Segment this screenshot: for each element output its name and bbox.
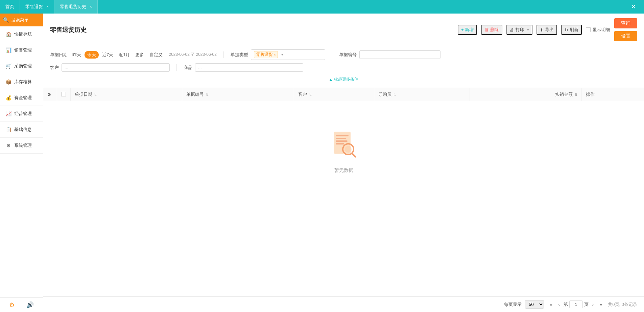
collapse-label: 收起更多条件	[334, 76, 358, 82]
sidebar-search-label: 搜索菜单	[11, 17, 29, 23]
sidebar-item-business[interactable]: 📈 经营管理	[0, 106, 43, 122]
system-icon: ⚙	[5, 142, 11, 149]
sidebar-item-label: 快捷导航	[14, 31, 32, 37]
col-customer-sort-icon: ⇅	[309, 93, 312, 96]
svg-rect-3	[336, 140, 348, 142]
col-amount-sort-icon: ⇅	[575, 93, 577, 96]
sales-icon: 📊	[5, 47, 11, 53]
tab-retail-return-history[interactable]: 零售退货历史 ×	[54, 0, 98, 14]
number-filter-input[interactable]	[359, 50, 440, 59]
sidebar-item-inventory[interactable]: 📦 库存核算	[0, 74, 43, 90]
add-button[interactable]: + 新增	[458, 25, 477, 35]
sidebar-bottom: ⚙ 🔊	[0, 297, 43, 312]
sidebar: 🔍 搜索菜单 🏠 快捷导航 📊 销售管理 🛒 采购管理 📦 库存核算 💰	[0, 14, 43, 312]
page-title: 零售退货历史	[50, 26, 87, 34]
goods-filter-input[interactable]: ...	[195, 63, 303, 72]
display-switch[interactable]: 显示明细	[586, 27, 610, 33]
page-first-button[interactable]: «	[547, 301, 554, 308]
col-date-label: 单据日期	[75, 92, 92, 97]
pagination-bar: 每页显示 10 20 50 100 « ‹ 第 页 › » 共0页, 0条记录	[43, 296, 644, 312]
type-tag-label: 零售退货	[256, 52, 272, 58]
date-opt-custom[interactable]: 自定义	[147, 51, 165, 59]
col-guide-sort-icon: ⇅	[393, 93, 396, 96]
sidebar-search[interactable]: 🔍 搜索菜单	[0, 14, 43, 26]
page-header: 零售退货历史 + 新增 🗑 删除 🖨 打印 ▾ ⬆ 导出 ↻	[43, 14, 644, 88]
col-settings[interactable]: ⚙	[43, 88, 57, 101]
type-tag: 零售退货 ×	[254, 51, 278, 58]
date-opt-today[interactable]: 今天	[85, 51, 99, 59]
page-prev-button[interactable]: ‹	[556, 301, 562, 308]
empty-state: 暂无数据	[43, 101, 644, 201]
inventory-icon: 📦	[5, 79, 11, 85]
type-filter-input[interactable]: 零售退货 × ▾	[251, 49, 325, 60]
date-opt-more[interactable]: 更多	[133, 51, 146, 59]
tab-retail-return-history-close[interactable]: ×	[90, 4, 92, 9]
col-guide[interactable]: 导购员 ⇅	[374, 88, 470, 101]
sidebar-settings-icon[interactable]: ⚙	[9, 301, 15, 309]
collapse-up-icon: ▲	[329, 77, 333, 82]
export-button[interactable]: ⬆ 导出	[536, 25, 557, 35]
goods-filter: 商品 ...	[184, 63, 303, 72]
col-guide-label: 导购员	[378, 92, 391, 97]
page-label: 第	[564, 302, 568, 308]
filter-divider-2	[332, 51, 332, 58]
filter-row-2: 客户 ... 商品 ...	[50, 63, 637, 72]
sidebar-menu: 🏠 快捷导航 📊 销售管理 🛒 采购管理 📦 库存核算 💰 资金管理 📈	[0, 26, 43, 297]
table-container: ⚙ 单据日期 ⇅ 单据编号 ⇅ 客户	[43, 88, 644, 296]
sidebar-item-finance[interactable]: 💰 资金管理	[0, 90, 43, 106]
collapse-button[interactable]: ▲ 收起更多条件	[329, 76, 359, 82]
page-number-input[interactable]	[569, 300, 583, 308]
customer-filter-input[interactable]: ...	[62, 63, 170, 72]
quick-nav-icon: 🏠	[5, 31, 11, 37]
sidebar-item-label: 库存核算	[14, 79, 32, 85]
toolbar: + 新增 🗑 删除 🖨 打印 ▾ ⬆ 导出 ↻ 刷新	[458, 18, 637, 41]
tab-retail-return-close[interactable]: ×	[46, 4, 49, 9]
sidebar-item-purchase[interactable]: 🛒 采购管理	[0, 58, 43, 74]
date-opt-7days[interactable]: 近7天	[100, 51, 115, 59]
date-opt-1month[interactable]: 近1月	[117, 51, 132, 59]
content-area: 零售退货历史 + 新增 🗑 删除 🖨 打印 ▾ ⬆ 导出 ↻	[43, 14, 644, 312]
customer-placeholder: ...	[65, 65, 68, 70]
type-tag-close[interactable]: ×	[273, 53, 276, 57]
select-all-checkbox[interactable]	[61, 92, 66, 96]
top-bar-right: ✕	[628, 3, 644, 10]
sidebar-item-label: 销售管理	[14, 47, 32, 53]
tab-home[interactable]: 首页	[0, 0, 20, 14]
setting-button[interactable]: 设置	[614, 31, 637, 41]
tab-retail-return[interactable]: 零售退货 ×	[20, 0, 54, 14]
window-close-button[interactable]: ✕	[628, 3, 639, 10]
refresh-button[interactable]: ↻ 刷新	[561, 25, 582, 35]
action-buttons: 查询 设置	[614, 18, 637, 41]
sidebar-item-quick-nav[interactable]: 🏠 快捷导航	[0, 26, 43, 42]
col-date-sort-icon: ⇅	[94, 93, 97, 96]
display-toggle-label: 显示明细	[593, 27, 610, 33]
date-opt-yesterday[interactable]: 昨天	[70, 51, 83, 59]
svg-rect-4	[336, 143, 344, 144]
col-number-label: 单据编号	[186, 92, 204, 97]
col-amount[interactable]: 实销金额 ⇅	[470, 88, 582, 101]
page-last-button[interactable]: »	[597, 301, 604, 308]
print-button[interactable]: 🖨 打印 ▾	[506, 25, 532, 35]
sidebar-item-system[interactable]: ⚙ 系统管理	[0, 138, 43, 154]
page-title-row: 零售退货历史 + 新增 🗑 删除 🖨 打印 ▾ ⬆ 导出 ↻	[50, 18, 637, 41]
col-check[interactable]	[57, 88, 70, 101]
col-date[interactable]: 单据日期 ⇅	[70, 88, 182, 101]
basic-info-icon: 📋	[5, 127, 11, 133]
sidebar-item-basic-info[interactable]: 📋 基础信息	[0, 122, 43, 138]
per-page-select[interactable]: 10 20 50 100	[525, 300, 544, 309]
sidebar-item-label: 基础信息	[14, 127, 32, 133]
col-customer[interactable]: 客户 ⇅	[294, 88, 374, 101]
date-range-display: 2023-06-02 至 2023-06-02	[169, 52, 216, 58]
empty-row: 暂无数据	[43, 101, 644, 201]
goods-filter-label: 商品	[184, 65, 192, 71]
query-button[interactable]: 查询	[614, 18, 637, 28]
page-unit: 页	[584, 302, 589, 308]
delete-button[interactable]: 🗑 删除	[481, 25, 502, 35]
display-toggle-checkbox[interactable]	[586, 27, 591, 32]
col-number[interactable]: 单据编号 ⇅	[182, 88, 294, 101]
sidebar-item-sales[interactable]: 📊 销售管理	[0, 42, 43, 58]
data-table: ⚙ 单据日期 ⇅ 单据编号 ⇅ 客户	[43, 88, 644, 201]
business-icon: 📈	[5, 111, 11, 117]
sidebar-audio-icon[interactable]: 🔊	[26, 301, 34, 309]
page-next-button[interactable]: ›	[590, 301, 596, 308]
